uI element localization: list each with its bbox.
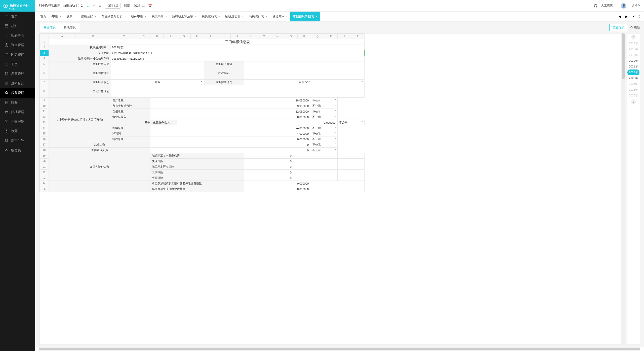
tab-close-icon[interactable]: ×	[74, 15, 76, 18]
col-header[interactable]: G	[177, 34, 190, 39]
tab-所得税汇算清缴[interactable]: 所得税汇算清缴×	[170, 12, 199, 22]
publish-dropdown[interactable]: 不公示	[311, 125, 338, 131]
tab-close-icon[interactable]: ×	[145, 15, 147, 18]
nav-funds[interactable]: 资金管理	[0, 40, 35, 50]
nav-expense[interactable]: 小畅报销	[0, 117, 35, 126]
publish-dropdown[interactable]: 不公示	[311, 114, 338, 120]
user-avatar[interactable]: 👤	[621, 3, 626, 9]
tab-close-icon[interactable]: ×	[60, 15, 62, 18]
user-name[interactable]: 徐泽华	[631, 4, 640, 8]
tab-close-icon[interactable]: ×	[218, 15, 220, 18]
calendar-icon[interactable]: 📅	[148, 4, 152, 8]
spreadsheet[interactable]: ABCDEFGHIJKLMNOPQRST 1工商年报信息表2税款所属期间：202…	[39, 33, 621, 344]
col-header[interactable]: P	[297, 34, 311, 39]
col-header[interactable]: F	[164, 34, 177, 39]
tab-prev-button[interactable]: ◀	[616, 12, 623, 22]
col-header[interactable]: T	[351, 34, 364, 39]
nav-guide[interactable]: 新手引导	[0, 136, 35, 146]
year-2020年[interactable]: 2020年	[627, 58, 639, 64]
nav-settings[interactable]: 设置	[0, 126, 35, 136]
year-2023年[interactable]: 2023年	[627, 75, 639, 81]
tab-close-icon[interactable]: ×	[95, 15, 97, 18]
tab-发票[interactable]: 发票×	[64, 12, 78, 22]
col-header[interactable]: C	[111, 34, 137, 39]
subtab-other[interactable]: 其他信息	[60, 23, 80, 32]
tab-close-icon[interactable]: ×	[165, 15, 167, 18]
nav-close[interactable]: 结账	[0, 98, 35, 107]
col-header[interactable]: Q	[311, 34, 324, 39]
col-header[interactable]: S	[338, 34, 351, 39]
publish-dropdown[interactable]: 不公示	[338, 120, 365, 125]
status-dropdown[interactable]: 开业	[111, 80, 204, 85]
publish-dropdown[interactable]: 不公示	[311, 98, 338, 103]
settings-icon[interactable]: ⚙	[99, 4, 101, 8]
col-header[interactable]: K	[231, 34, 244, 39]
col-header[interactable]: A	[49, 34, 75, 39]
nav-reports[interactable]: 报表中心	[0, 31, 35, 40]
tab-close-icon[interactable]: ×	[265, 15, 267, 18]
col-header[interactable]: E	[150, 34, 164, 39]
nav-inout[interactable]: 进销台账	[0, 79, 35, 88]
tab-年报信息申报表[interactable]: 年报信息申报表×	[290, 12, 320, 22]
col-header[interactable]: J	[217, 34, 230, 39]
nav-ledger[interactable]: 总账	[0, 21, 35, 31]
publish-dropdown[interactable]: 不公示	[311, 103, 338, 109]
tab-close-button[interactable]: ✕	[630, 12, 637, 22]
col-header[interactable]: I	[204, 34, 217, 39]
tab-税表清册[interactable]: 税表清册×	[149, 12, 170, 22]
add-account-icon[interactable]: +	[93, 4, 95, 8]
account-selector[interactable]: 刘小艳演示账套（勿删勿动！）1	[39, 4, 83, 8]
refresh-button[interactable]: ⟳刷新	[630, 25, 640, 30]
tab-close-icon[interactable]: ×	[286, 15, 288, 18]
nav-assets[interactable]: 固定资产	[0, 50, 35, 59]
col-header[interactable]: O	[284, 34, 297, 39]
year-up-button[interactable]: ⌃	[631, 35, 636, 40]
tab-纳税统计表[interactable]: 纳税统计表×	[246, 12, 270, 22]
nav-archive[interactable]: 归档管理	[0, 107, 35, 117]
col-header[interactable]: M	[257, 34, 271, 39]
col-header[interactable]: L	[244, 34, 257, 39]
col-header[interactable]: N	[271, 34, 284, 39]
tab-close-icon[interactable]: ×	[124, 15, 126, 18]
subtab-basic[interactable]: 基础信息	[39, 23, 60, 32]
period-value[interactable]: 2023-11	[134, 4, 145, 8]
publish-dropdown[interactable]: 不公示	[311, 109, 338, 114]
horizontal-scrollbar[interactable]	[39, 347, 640, 351]
nav-tax[interactable]: 税务管理	[0, 88, 35, 98]
tab-存货别名对照表[interactable]: 存货别名对照表×	[99, 12, 129, 22]
nav-home[interactable]: 首页	[0, 12, 35, 21]
tab-fullscreen-button[interactable]: ⛶	[637, 12, 644, 22]
tab-close-icon[interactable]: ×	[315, 15, 317, 18]
col-header[interactable]: B	[75, 34, 111, 39]
support-link[interactable]: 人工咨询	[601, 4, 613, 8]
col-header[interactable]: D	[137, 34, 150, 39]
tab-i申报[interactable]: i申报×	[49, 12, 64, 22]
tab-首页[interactable]: 首页	[38, 12, 49, 22]
tab-close-icon[interactable]: ×	[242, 15, 244, 18]
tab-税负波动表[interactable]: 税负波动表×	[199, 12, 223, 22]
nav-salary[interactable]: 工资	[0, 59, 35, 69]
account-dropdown-icon[interactable]: ⌄	[86, 4, 89, 8]
company-name-cell[interactable]: 刘小艳演示账套（勿删勿动！）1	[111, 50, 364, 56]
nav-invoice[interactable]: 发票管理	[0, 69, 35, 79]
vertical-scrollbar[interactable]	[621, 33, 625, 344]
tab-税检专家[interactable]: 税检专家×	[270, 12, 291, 22]
year-2022年[interactable]: 2022年	[627, 69, 639, 75]
col-header[interactable]: H	[190, 34, 204, 39]
tab-进销台账[interactable]: 进销台账×	[78, 12, 99, 22]
col-header[interactable]: R	[324, 34, 338, 39]
publish-dropdown[interactable]: 不公示	[311, 131, 338, 136]
tab-close-icon[interactable]: ×	[195, 15, 197, 18]
switch-old-button[interactable]: 切到旧版	[105, 3, 120, 9]
tab-next-button[interactable]: ▶	[623, 12, 630, 22]
holding-dropdown[interactable]: 私营企业	[244, 80, 365, 85]
tab-纳税波动表[interactable]: 纳税波动表×	[223, 12, 246, 22]
year-down-button[interactable]: ⌄	[631, 99, 636, 104]
headset-icon[interactable]: 🎧	[594, 4, 597, 8]
reset-report-button[interactable]: 重置报表	[609, 24, 628, 31]
tab-税务申报[interactable]: 税务申报×	[129, 12, 149, 22]
col-header[interactable]	[40, 34, 49, 39]
year-2021年[interactable]: 2021年	[627, 64, 639, 69]
nav-vip[interactable]: 畅会员	[0, 146, 35, 155]
publish-dropdown[interactable]: 不公示	[311, 136, 338, 142]
